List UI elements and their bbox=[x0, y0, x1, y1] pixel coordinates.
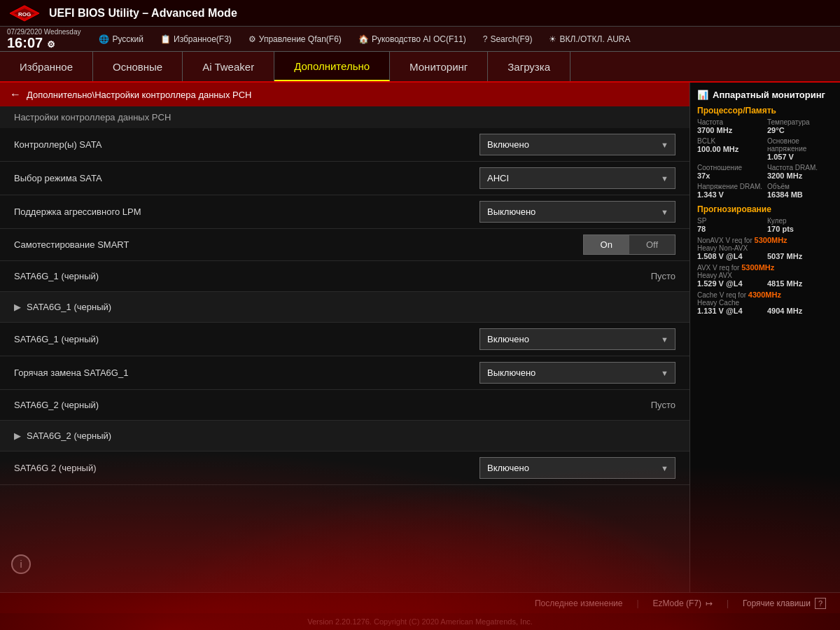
favorites-label: Избранное(F3) bbox=[174, 34, 232, 44]
sata-ctrl-dropdown-wrapper: Включено Выключено bbox=[479, 134, 676, 155]
sata-mode-select[interactable]: AHCI RAID IDE bbox=[479, 167, 676, 189]
qfan-icon: ⚙ bbox=[248, 34, 256, 44]
sata-mode-value: AHCI RAID IDE bbox=[479, 167, 676, 189]
settings-group-label: Настройки контроллера данных PCH bbox=[0, 106, 690, 128]
datetime-display: 07/29/2020 Wednesday 16:07 ⚙ bbox=[7, 28, 80, 50]
toolbar: 07/29/2020 Wednesday 16:07 ⚙ 🌐 Русский 📋… bbox=[0, 27, 840, 52]
settings-row-sata6g2-status: SATA6G_2 (черный) Пусто bbox=[0, 390, 690, 421]
sata6g1-ctrl-value: Включено Выключено bbox=[479, 328, 676, 350]
sp-label: SP 78 bbox=[697, 217, 763, 233]
dram-voltage-label: Напряжение DRAM. 1.343 V bbox=[697, 183, 763, 199]
search-icon: ? bbox=[483, 34, 488, 44]
sata-ctrl-label: Контроллер(ы) SATA bbox=[14, 139, 479, 150]
tab-main[interactable]: Основные bbox=[93, 52, 183, 81]
settings-row-sata-ctrl: Контроллер(ы) SATA Включено Выключено bbox=[0, 128, 690, 162]
qfan-button[interactable]: ⚙ Управление Qfan(F6) bbox=[244, 33, 346, 46]
settings-row-smart: Самотестирование SMART On Off bbox=[0, 229, 690, 261]
sata-ctrl-value: Включено Выключено bbox=[479, 134, 676, 155]
sata-mode-label: Выбор режима SATA bbox=[14, 173, 479, 183]
sata6g2-status-label: SATA6G_2 (черный) bbox=[14, 400, 651, 410]
prognosis-grid: SP 78 Кулер 170 pts bbox=[697, 217, 833, 233]
ai-oc-button[interactable]: 🏠 Руководство AI OC(F11) bbox=[354, 33, 470, 46]
search-label: Search(F9) bbox=[490, 34, 532, 44]
ai-icon: 🏠 bbox=[358, 34, 369, 44]
cpu-memory-grid: Частота 3700 MHz Температура 29°C BCLK 1… bbox=[697, 118, 833, 199]
sata6g1-status-value: Пусто bbox=[651, 271, 676, 281]
smart-on-button[interactable]: On bbox=[584, 235, 629, 254]
sidebar-section-cpu: Процессор/Память bbox=[697, 106, 833, 115]
sata6g1-ctrl-select[interactable]: Включено Выключено bbox=[479, 328, 676, 350]
language-button[interactable]: 🌐 Русский bbox=[94, 33, 148, 46]
settings-row-sata-mode: Выбор режима SATA AHCI RAID IDE bbox=[0, 162, 690, 195]
bclk-label: BCLK 100.00 MHz bbox=[697, 137, 763, 161]
ai-oc-label: Руководство AI OC(F11) bbox=[372, 34, 466, 44]
qfan-label: Управление Qfan(F6) bbox=[259, 34, 342, 44]
nav-tabs: Избранное Основные Ai Tweaker Дополнител… bbox=[0, 52, 840, 83]
settings-row-sata6g1-section[interactable]: ▶ SATA6G_1 (черный) bbox=[0, 292, 690, 323]
tab-favorites[interactable]: Избранное bbox=[0, 52, 93, 81]
sata-ctrl-select[interactable]: Включено Выключено bbox=[479, 134, 676, 155]
tab-advanced[interactable]: Дополнительно bbox=[274, 52, 390, 81]
cache-row: Cache V req for 4300MHz Heavy Cache 1.13… bbox=[697, 290, 833, 315]
aura-label: ВКЛ./ОТКЛ. AURA bbox=[559, 34, 630, 44]
favorites-icon: 📋 bbox=[160, 34, 171, 44]
cpu-freq-label: Частота 3700 MHz bbox=[697, 118, 763, 134]
sata6g1-hotswap-value: Выключено Включено bbox=[479, 362, 676, 384]
globe-icon: 🌐 bbox=[99, 34, 109, 44]
aura-button[interactable]: ☀ ВКЛ./ОТКЛ. AURA bbox=[545, 33, 634, 46]
sata6g1-hotswap-label: Горячая замена SATA6G_1 bbox=[14, 368, 479, 378]
breadcrumb-path: Дополнительно\Настройки контроллера данн… bbox=[27, 90, 251, 100]
language-label: Русский bbox=[112, 34, 144, 44]
sata6g1-ctrl-label: SATA6G_1 (черный) bbox=[14, 334, 479, 344]
lpm-dropdown-wrapper: Выключено Включено bbox=[479, 201, 676, 223]
sidebar-section-prognosis: Прогнозирование bbox=[697, 204, 833, 214]
core-voltage-label: Основное напряжение 1.057 V bbox=[767, 137, 833, 161]
smart-toggle: On Off bbox=[583, 234, 676, 255]
sata6g1-status-label: SATA6G_1 (черный) bbox=[14, 271, 651, 281]
cpu-temp-label: Температура 29°C bbox=[767, 118, 833, 134]
smart-label: Самотестирование SMART bbox=[14, 239, 583, 250]
settings-row-sata6g1-ctrl: SATA6G_1 (черный) Включено Выключено bbox=[0, 323, 690, 356]
tab-monitoring[interactable]: Мониторинг bbox=[390, 52, 488, 81]
tab-ai-tweaker[interactable]: Ai Tweaker bbox=[183, 52, 274, 81]
lpm-value: Выключено Включено bbox=[479, 201, 676, 223]
back-button[interactable]: ← bbox=[10, 88, 21, 101]
chevron-right-icon: ▶ bbox=[14, 302, 21, 312]
lpm-select[interactable]: Выключено Включено bbox=[479, 201, 676, 223]
search-button[interactable]: ? Search(F9) bbox=[479, 33, 537, 46]
sata6g2-status-text: Пусто bbox=[651, 400, 676, 410]
sata6g1-status-text: Пусто bbox=[651, 271, 676, 281]
settings-row-sata6g1-status: SATA6G_1 (черный) Пусто bbox=[0, 261, 690, 292]
main-container: ROG UEFI BIOS Utility – Advanced Mode 07… bbox=[0, 0, 840, 630]
dram-freq-label: Частота DRAM. 3200 MHz bbox=[767, 164, 833, 180]
lpm-label: Поддержка агрессивного LPM bbox=[14, 206, 479, 217]
breadcrumb: ← Дополнительно\Настройки контроллера да… bbox=[0, 83, 690, 106]
settings-row-lpm: Поддержка агрессивного LPM Выключено Вкл… bbox=[0, 195, 690, 229]
ram-volume-label: Объём 16384 MB bbox=[767, 183, 833, 199]
rog-logo: ROG bbox=[7, 3, 42, 24]
page-title: UEFI BIOS Utility – Advanced Mode bbox=[49, 7, 833, 20]
svg-text:ROG: ROG bbox=[18, 11, 31, 18]
sata-mode-dropdown-wrapper: AHCI RAID IDE bbox=[479, 167, 676, 189]
sidebar-title: 📊 Аппаратный мониторинг bbox=[697, 90, 833, 100]
aura-icon: ☀ bbox=[549, 34, 556, 44]
favorites-button[interactable]: 📋 Избранное(F3) bbox=[156, 33, 236, 46]
cooler-label: Кулер 170 pts bbox=[767, 217, 833, 233]
top-header: ROG UEFI BIOS Utility – Advanced Mode bbox=[0, 0, 840, 27]
sata6g2-status-value: Пусто bbox=[651, 400, 676, 410]
sata6g1-section-label: SATA6G_1 (черный) bbox=[27, 302, 676, 312]
time-display: 16:07 ⚙ bbox=[7, 36, 80, 50]
ratio-label: Соотношение 37x bbox=[697, 164, 763, 180]
nonavx-row: NonAVX V req for 5300MHz Heavy Non-AVX 1… bbox=[697, 236, 833, 260]
sata6g1-ctrl-dropdown-wrapper: Включено Выключено bbox=[479, 328, 676, 350]
smart-value: On Off bbox=[583, 234, 676, 255]
sata6g1-hotswap-select[interactable]: Выключено Включено bbox=[479, 362, 676, 384]
tab-boot[interactable]: Загрузка bbox=[488, 52, 570, 81]
bg-decoration bbox=[0, 420, 840, 630]
monitor-icon: 📊 bbox=[697, 90, 708, 100]
smart-off-button[interactable]: Off bbox=[629, 235, 675, 254]
sata6g1-hotswap-dropdown-wrapper: Выключено Включено bbox=[479, 362, 676, 384]
avx-row: AVX V req for 5300MHz Heavy AVX 1.529 V … bbox=[697, 263, 833, 288]
settings-row-sata6g1-hotswap: Горячая замена SATA6G_1 Выключено Включе… bbox=[0, 356, 690, 390]
